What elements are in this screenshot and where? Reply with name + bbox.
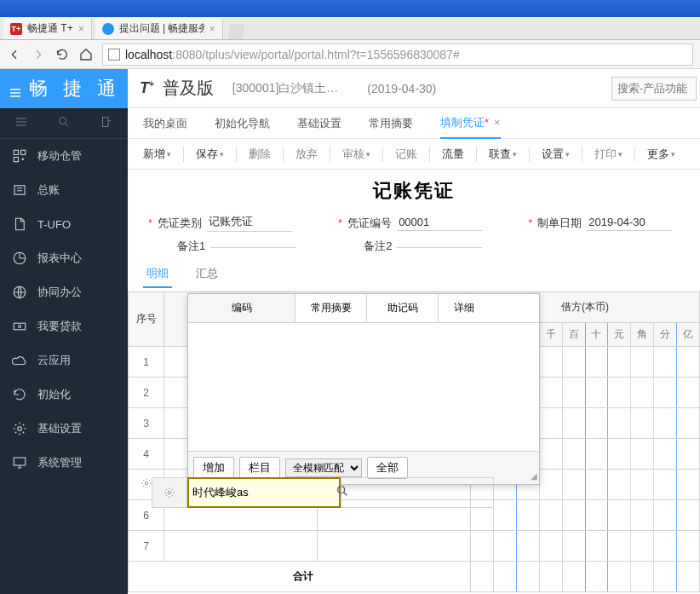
voucher-date-value[interactable]: 2019-04-30 (587, 216, 672, 231)
close-icon[interactable]: × (78, 23, 84, 35)
search-input[interactable] (611, 77, 697, 101)
sidebar-item-label: 移动仓管 (37, 148, 82, 164)
forward-button[interactable] (31, 47, 46, 62)
popup-col-code[interactable]: 编码 (188, 294, 295, 322)
svg-rect-9 (14, 323, 26, 330)
grid-icon (12, 148, 27, 164)
window-frame (0, 0, 700, 17)
page-icon (108, 49, 120, 61)
more-button[interactable]: 更多▾ (640, 147, 682, 162)
voucher-type-value[interactable]: 记账凭证 (207, 214, 292, 232)
sidebar-item-general-ledger[interactable]: 总账 (0, 173, 128, 207)
voucher-grid: 序号 借方(本币) 百 十 万 千 百 十 元 (128, 291, 700, 592)
browser-tab-1[interactable]: T+ 畅捷通 T+ × (3, 18, 92, 39)
sidebar-item-tufo[interactable]: T-UFO (0, 207, 128, 241)
sidebar-item-init[interactable]: 初始化 (0, 378, 128, 412)
sidebar-item-basic-settings[interactable]: 基础设置 (0, 412, 128, 446)
tab-voucher[interactable]: 填制凭证*× (440, 108, 501, 139)
sidebar-item-label: 系统管理 (37, 455, 82, 470)
edition-text: 普及版 (163, 77, 214, 100)
sidebar-item-system-mgmt[interactable]: 系统管理 (0, 446, 128, 480)
sidebar-item-mobile-wms[interactable]: 移动仓管 (0, 139, 128, 173)
chevron-down-icon: ▾ (671, 150, 675, 159)
col-seq: 序号 (129, 292, 164, 347)
tab-desktop[interactable]: 我的桌面 (143, 109, 187, 138)
summary-input[interactable] (192, 487, 336, 499)
print-button[interactable]: 打印▾ (588, 147, 629, 162)
lookup-popup-body[interactable] (188, 323, 539, 451)
close-icon[interactable]: × (209, 23, 215, 35)
note2-value[interactable] (397, 245, 482, 248)
ledger-icon (12, 182, 27, 198)
sidebar-item-label: 基础设置 (37, 421, 82, 436)
popup-column-button[interactable]: 栏目 (239, 457, 280, 479)
close-icon[interactable]: × (494, 116, 501, 129)
chevron-down-icon: ▾ (513, 150, 517, 159)
sidebar-top-icons (0, 108, 128, 139)
subtab-detail[interactable]: 明细 (143, 262, 172, 288)
menu-icon[interactable] (14, 115, 28, 132)
page-title: 记账凭证 (128, 170, 700, 210)
reload-button[interactable] (55, 47, 70, 62)
resize-handle-icon[interactable]: ◢ (531, 471, 536, 481)
delete-button[interactable]: 删除 (242, 147, 278, 162)
sidebar-item-report-center[interactable]: 报表中心 (0, 241, 128, 275)
popup-col-common[interactable]: 常用摘要 (295, 294, 367, 322)
svg-point-14 (168, 491, 171, 494)
table-total-row: 合计 (129, 562, 700, 592)
browser-tab-2[interactable]: 提出问题 | 畅捷服务 × (95, 18, 223, 39)
popup-add-button[interactable]: 增加 (193, 457, 234, 479)
new-tab-button[interactable] (228, 24, 245, 39)
row-gear-icon[interactable] (152, 477, 187, 508)
discard-button[interactable]: 放弃 (289, 147, 324, 162)
new-button[interactable]: 新增▾ (136, 147, 178, 162)
chevron-down-icon: ▾ (366, 150, 370, 159)
svg-rect-2 (14, 150, 18, 154)
org-text: [300001]白沙镇土… (232, 81, 339, 96)
popup-col-mnemonic[interactable]: 助记码 (367, 294, 439, 322)
sidebar-item-label: 总账 (37, 182, 60, 198)
globe-icon (12, 285, 27, 300)
favicon-icon: T+ (10, 23, 22, 35)
popup-match-select[interactable]: 全模糊匹配 (285, 458, 362, 477)
export-icon[interactable] (100, 115, 113, 132)
sidebar-item-label: 初始化 (37, 387, 71, 402)
book-button[interactable]: 记账 (388, 147, 424, 162)
address-bar[interactable]: localhost:8080/tplus/view/portal/portal.… (102, 43, 693, 66)
summary-input-cell[interactable] (187, 477, 341, 508)
link-button[interactable]: 联查▾ (482, 147, 524, 162)
svg-point-11 (18, 427, 22, 431)
back-button[interactable] (7, 47, 22, 62)
save-button[interactable]: 保存▾ (189, 147, 231, 162)
voucher-form-row-1: *凭证类别记账凭证 *凭证编号00001 *制单日期2019-04-30 (128, 210, 700, 235)
sidebar: 移动仓管 总账 T-UFO 报表中心 协同办公 我要贷款 云应用 初始化 基础设… (0, 108, 128, 594)
settings-button[interactable]: 设置▾ (535, 147, 577, 162)
popup-col-detail[interactable]: 详细 (439, 294, 490, 322)
tab-basic-settings[interactable]: 基础设置 (297, 109, 341, 138)
home-button[interactable] (78, 47, 94, 62)
popup-all-button[interactable]: 全部 (367, 457, 408, 479)
sidebar-item-collaboration[interactable]: 协同办公 (0, 275, 128, 309)
cloud-icon (12, 353, 27, 368)
note1-value[interactable] (210, 245, 295, 248)
sidebar-item-loan[interactable]: 我要贷款 (0, 309, 128, 343)
browser-tab-label: 提出问题 | 畅捷服务 (119, 21, 204, 36)
audit-button[interactable]: 审核▾ (336, 147, 377, 162)
app-header: 畅 捷 通 T+ 普及版 [300001]白沙镇土… (2019-04-30) (0, 69, 700, 108)
subtab-summary[interactable]: 汇总 (192, 262, 221, 288)
chevron-down-icon: ▾ (618, 150, 623, 159)
voucher-subtabs: 明细 汇总 (128, 257, 700, 288)
traffic-button[interactable]: 流量 (435, 147, 471, 162)
tab-common-summary[interactable]: 常用摘要 (369, 109, 413, 138)
table-row[interactable]: 7 (129, 531, 700, 562)
browser-tab-strip: T+ 畅捷通 T+ × 提出问题 | 畅捷服务 × (0, 17, 700, 40)
brand-logo[interactable]: 畅 捷 通 (0, 69, 128, 108)
tab-init-nav[interactable]: 初始化导航 (215, 109, 270, 138)
svg-rect-6 (14, 186, 25, 195)
sidebar-item-cloud-app[interactable]: 云应用 (0, 343, 128, 378)
chevron-down-icon: ▾ (565, 150, 570, 159)
search-icon[interactable] (57, 115, 71, 132)
voucher-no-value[interactable]: 00001 (397, 216, 482, 231)
sidebar-item-label: 云应用 (37, 353, 71, 368)
account-cell[interactable] (341, 477, 494, 508)
